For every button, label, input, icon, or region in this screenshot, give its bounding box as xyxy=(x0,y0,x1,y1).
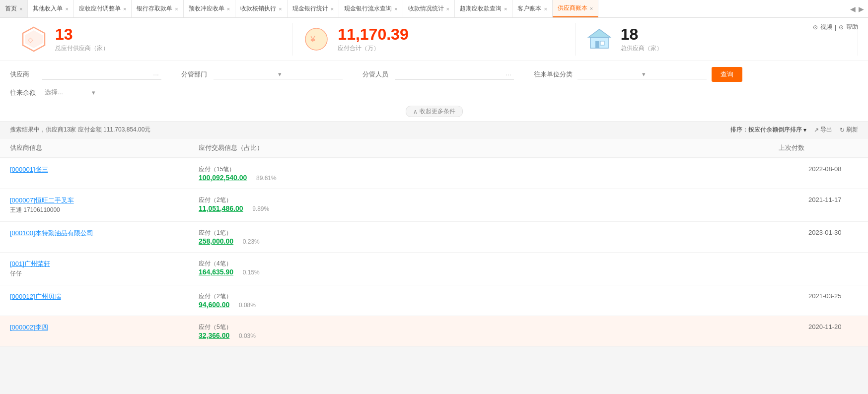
filter-row-2: 往来余额 选择... ▾ xyxy=(10,87,858,98)
export-button[interactable]: ↗ 导出 xyxy=(814,126,832,134)
help-link[interactable]: 帮助 xyxy=(846,23,858,31)
sort-select[interactable]: 排序：按应付余额倒序排序 ▾ xyxy=(730,126,806,134)
nav-tab-close-pre-receive[interactable]: × xyxy=(227,6,230,12)
total-suppliers-label: 总供应商（家） xyxy=(621,44,662,53)
person-input-wrap: ··· xyxy=(395,69,514,80)
nav-tab-label: 首页 xyxy=(5,4,17,13)
nav-tab-close-verify[interactable]: × xyxy=(279,6,282,12)
balance-label: 往来余额 xyxy=(10,88,37,97)
supplier-link[interactable]: [000012]广州贝瑞 xyxy=(10,293,61,300)
nav-tab-label: 应收应付调整单 xyxy=(79,4,121,13)
svg-marker-6 xyxy=(588,29,610,37)
supplier-info-cell: [000100]本特勤油品有限公司 xyxy=(10,229,199,238)
nav-tab-customer-ledger[interactable]: 客户账本× xyxy=(512,0,552,17)
last-payment-date: 2020-11-20 xyxy=(779,323,842,330)
department-select[interactable]: ▾ xyxy=(214,69,343,79)
nav-tab-close-overdue[interactable]: × xyxy=(504,6,507,12)
trans-label: 应付（5笔） xyxy=(199,323,749,331)
nav-tab-label: 预收冲应收单 xyxy=(189,4,224,13)
nav-tab-label: 现金银行流水查询 xyxy=(344,4,392,13)
trans-amount-link[interactable]: 100,092,540.00 xyxy=(199,174,247,182)
table-row: [000012]广州贝瑞 应付（2笔） 94,600.00 0.08% 2021… xyxy=(0,285,868,316)
supplier-link[interactable]: [000007]恒旺二手叉车 xyxy=(10,197,74,204)
nav-tab-close-customer-ledger[interactable]: × xyxy=(544,6,547,12)
transaction-cell: 应付（5笔） 32,366.00 0.03% xyxy=(199,323,749,339)
nav-tab-adjust[interactable]: 应收应付调整单× xyxy=(74,0,132,17)
nav-tab-pre-receive[interactable]: 预收冲应收单× xyxy=(184,0,235,17)
supplier-link[interactable]: [001]广州荣轩 xyxy=(10,260,50,267)
person-input[interactable] xyxy=(397,70,506,78)
collapse-up-icon: ∧ xyxy=(413,108,418,115)
nav-tab-label: 现金银行统计 xyxy=(292,4,328,13)
nav-arrows: ◀ ▶ xyxy=(846,5,868,13)
trans-label: 应付（4笔） xyxy=(199,260,749,268)
nav-tab-close-supplier-ledger[interactable]: × xyxy=(590,5,593,11)
supplier-link[interactable]: [000100]本特勤油品有限公司 xyxy=(10,229,93,237)
person-label: 分管人员 xyxy=(362,70,390,79)
nav-tab-close-adjust[interactable]: × xyxy=(123,6,126,12)
trans-pct: 0.23% xyxy=(243,238,260,245)
nav-tab-close-cash-flow[interactable]: × xyxy=(394,6,397,12)
department-label: 分管部门 xyxy=(181,70,209,79)
nav-tab-close-home[interactable]: × xyxy=(19,6,22,12)
trans-amount-link[interactable]: 32,366.00 xyxy=(199,331,229,339)
nav-tab-overdue[interactable]: 超期应收款查询× xyxy=(455,0,512,17)
stat-payable-suppliers-text: 13 总应付供应商（家） xyxy=(55,26,109,53)
nav-tab-close-receive-stats[interactable]: × xyxy=(446,6,449,12)
category-select[interactable]: ▾ xyxy=(578,69,707,79)
trans-amount-link[interactable]: 94,600.00 xyxy=(199,301,229,309)
svg-rect-7 xyxy=(595,41,599,48)
person-dots[interactable]: ··· xyxy=(506,70,511,78)
refresh-icon: ↻ xyxy=(840,127,845,133)
stat-total-suppliers-text: 18 总供应商（家） xyxy=(621,26,662,53)
cash-icon: ¥ xyxy=(302,25,330,53)
trans-amount-row: 94,600.00 0.08% xyxy=(199,301,749,309)
nav-tab-close-bank[interactable]: × xyxy=(175,6,178,12)
supplier-dots[interactable]: ··· xyxy=(153,70,159,78)
nav-tab-supplier-ledger[interactable]: 供应商账本× xyxy=(553,0,598,17)
nav-tab-close-other-income[interactable]: × xyxy=(65,6,68,12)
nav-tab-other-income[interactable]: 其他收入单× xyxy=(28,0,73,17)
nav-tab-label: 其他收入单 xyxy=(33,4,63,13)
trans-amount-link[interactable]: 258,000.00 xyxy=(199,237,233,245)
stat-payable-suppliers: ◇ 13 总应付供应商（家） xyxy=(10,23,292,56)
trans-amount-link[interactable]: 11,051,486.00 xyxy=(199,204,243,212)
nav-arrow-left[interactable]: ◀ xyxy=(849,5,857,13)
supplier-link[interactable]: [000001]张三 xyxy=(10,166,48,173)
nav-tab-label: 银行存取款单 xyxy=(137,4,172,13)
export-label: 导出 xyxy=(820,126,832,134)
supplier-input[interactable] xyxy=(45,70,153,78)
nav-tab-home[interactable]: 首页× xyxy=(0,0,28,17)
nav-tab-cash-flow[interactable]: 现金银行流水查询× xyxy=(339,0,403,17)
refresh-label: 刷新 xyxy=(846,126,858,134)
last-payment-date: 2022-08-08 xyxy=(779,165,842,173)
trans-label: 应付（1笔） xyxy=(199,229,749,237)
trans-amount-link[interactable]: 164,635.90 xyxy=(199,268,233,276)
balance-chevron-icon: ▾ xyxy=(92,89,139,96)
refresh-button[interactable]: ↻ 刷新 xyxy=(840,126,858,134)
supplier-info-cell: [000002]李四 xyxy=(10,323,199,332)
last-payment-date: 2021-11-17 xyxy=(779,196,842,203)
trans-amount-row: 32,366.00 0.03% xyxy=(199,331,749,339)
trans-amount-row: 258,000.00 0.23% xyxy=(199,237,749,245)
nav-tab-receive-stats[interactable]: 收款情况统计× xyxy=(403,0,455,17)
nav-tab-verify[interactable]: 收款核销执行× xyxy=(235,0,287,17)
last-payment-cell xyxy=(749,260,858,267)
video-link[interactable]: 视频 xyxy=(820,23,832,31)
trans-amount-row: 11,051,486.00 9.89% xyxy=(199,204,749,212)
export-icon: ↗ xyxy=(814,127,819,133)
collapse-button[interactable]: ∧ 收起更多条件 xyxy=(406,106,463,117)
trans-pct: 9.89% xyxy=(252,205,269,212)
nav-tab-close-cash-stats[interactable]: × xyxy=(331,6,334,12)
header-last-payment: 上次付数 xyxy=(749,143,858,152)
supplier-link[interactable]: [000002]李四 xyxy=(10,324,48,331)
supplier-sub: 王通 17106110000 xyxy=(10,206,199,214)
balance-select[interactable]: 选择... ▾ xyxy=(42,87,142,98)
nav-tab-cash-stats[interactable]: 现金银行统计× xyxy=(288,0,339,17)
nav-arrow-right[interactable]: ▶ xyxy=(857,5,866,13)
last-payment-date: 2021-03-25 xyxy=(779,292,842,300)
result-bar: 搜索结果中，供应商13家 应付金额 111,703,854.00元 排序：按应付… xyxy=(0,122,868,138)
nav-tab-label: 供应商账本 xyxy=(558,4,587,12)
nav-tab-bank[interactable]: 银行存取款单× xyxy=(132,0,183,17)
query-button[interactable]: 查询 xyxy=(712,67,742,82)
